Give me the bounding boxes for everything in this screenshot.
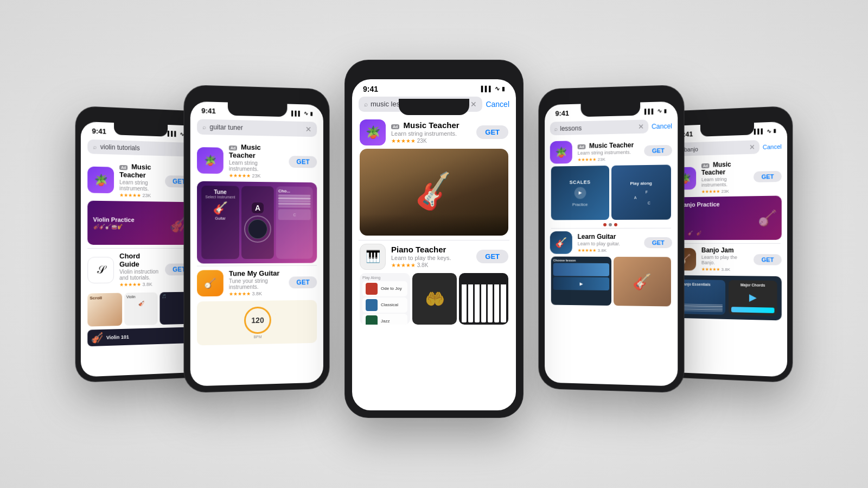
violin-practice-card-1: Violin Practice 🎻🎸🪕🥁🎷 🎻: [87, 200, 193, 244]
get-btn-piano-3[interactable]: GET: [476, 250, 508, 263]
banjo-deco: 🪕: [758, 208, 777, 227]
phone-guitar-tuner: 9:41 ▌▌▌ ∿ ▮ ⌕ guitar tuner ✕ 🪴: [184, 84, 330, 392]
banjo-icon-3: 🎻: [696, 231, 701, 236]
app-name-banjo: Banjo Jam: [701, 246, 748, 253]
app-sub-tune: Tune your string instruments.: [229, 277, 284, 290]
metronome-circle: 120: [244, 306, 271, 334]
scales-card-main: SCALES ▶ Practice: [551, 166, 609, 220]
get-btn-lg[interactable]: GET: [644, 237, 672, 248]
status-icons-3: ▌▌▌ ∿ ▮: [481, 85, 505, 92]
app-item-mt-3[interactable]: 🪴 Ad Music Teacher Learn string instrume…: [352, 116, 516, 149]
app-item-banjo-jam[interactable]: 🪕 Banjo Jam Learn to play the Banjo. ★★★…: [669, 243, 787, 275]
app-rating-piano-3: ★★★★★ 3.8K: [391, 262, 471, 268]
ps-thumb-1: Play Along Ode to Joy Classical Jazz: [360, 273, 410, 325]
app-item-chord-guide-1[interactable]: 𝒮 Chord Guide Violin instruction and tut…: [81, 248, 199, 291]
thumb-1b: Violin 🎻: [124, 292, 158, 325]
get-btn-mt-2[interactable]: GET: [289, 155, 317, 168]
search-field-4[interactable]: ⌕ lessons ✕: [550, 119, 648, 135]
app-item-tune-my-guitar[interactable]: 🪕 Tune My Guitar Tune your string instru…: [190, 265, 323, 300]
screenshot-row-1: Scroll Violin 🎻 🎵: [81, 289, 199, 329]
cancel-btn-5[interactable]: Cancel: [763, 143, 782, 150]
search-query-1: violin tutorials: [100, 143, 188, 153]
clear-btn-3[interactable]: ✕: [470, 100, 477, 109]
app-rating-mt-3: ★★★★★ 23K: [391, 138, 471, 144]
phone-lessons-screen: 9:41 ▌▌▌ ∿ ▮ ⌕ lessons ✕ Cancel 🪴: [545, 101, 678, 386]
search-row-4: ⌕ lessons ✕ Cancel: [550, 119, 672, 135]
bpm-display: 120: [251, 315, 264, 324]
chord-lines: C: [278, 194, 311, 257]
play-btn-banjo[interactable]: ▶: [749, 291, 756, 303]
piano-hands-icon: 🤲: [425, 289, 445, 308]
notch-3: [399, 99, 469, 115]
clear-btn-5[interactable]: ✕: [749, 143, 755, 151]
search-field-5[interactable]: ⌕ banjo ✕: [674, 140, 760, 156]
notch-2: [228, 102, 288, 117]
app-item-piano-teacher[interactable]: 🎹 Piano Teacher Learn to play the keys. …: [352, 240, 516, 273]
guitar-screenshots-4: Choose lesson ▶ 🎸: [551, 256, 671, 306]
tuner-circle: [244, 215, 271, 242]
app-rating-banjo: ★★★★★ 3.8K: [701, 266, 748, 272]
wifi-4: ∿: [657, 107, 661, 113]
chord-line-3: [278, 200, 311, 202]
ad-badge-1: Ad: [119, 164, 127, 169]
search-bar-2[interactable]: ⌕ guitar tuner ✕: [197, 119, 317, 137]
tune-panel: Tune Select Instrument 🎸 Guitar: [201, 185, 239, 259]
playlist-icon-3: [366, 315, 378, 325]
app-item-music-teacher-2[interactable]: 🪴 Ad Music Teacher Learn string instrume…: [190, 138, 323, 182]
app-name-mt-5: Ad Music Teacher: [701, 160, 748, 176]
app-icon-mt-4: 🪴: [550, 141, 572, 163]
get-btn-tune[interactable]: GET: [289, 276, 317, 288]
ad-badge-2: Ad: [229, 145, 237, 150]
app-icon-chord-1: 𝒮: [87, 256, 114, 283]
playlist-text-1: Ode to Joy: [381, 286, 402, 291]
app-name-lg: Learn Guitar: [578, 232, 639, 240]
notch-4: [581, 102, 641, 117]
app-name-1: Ad Music Teacher: [119, 162, 160, 179]
cancel-btn-3[interactable]: Cancel: [486, 100, 509, 109]
get-btn-mt-5[interactable]: GET: [754, 170, 781, 182]
violin-card-sub: 🎻🎸🪕🥁🎷: [93, 224, 135, 230]
scales-play-btn[interactable]: ▶: [574, 186, 586, 198]
app-item-learn-guitar[interactable]: 🎸 Learn Guitar Learn to play guitar. ★★★…: [545, 228, 678, 257]
chord-line-1: [278, 194, 311, 197]
play-along-label-3: Play Along: [362, 276, 407, 280]
lesson-thumb-1: [553, 263, 609, 276]
app-icon-tune-2: 🪕: [197, 270, 224, 296]
app-item-music-teacher-1[interactable]: 🪴 Ad Music Teacher Learn string instrume…: [81, 157, 199, 202]
tuner-featured-card: Tune Select Instrument 🎸 Guitar A Cho...: [197, 181, 317, 263]
search-bar-1[interactable]: ⌕ violin tutorials: [87, 139, 193, 156]
signal-5: ▌▌▌: [754, 128, 764, 134]
cancel-btn-4[interactable]: Cancel: [652, 122, 672, 130]
app-sub-piano-3: Learn to play the keys.: [391, 255, 471, 261]
app-rating-mt-2: ★★★★★ 23K: [229, 173, 284, 179]
bpm-label: BPM: [253, 334, 261, 338]
dot-3-4: [614, 223, 617, 226]
playlist-icon-1: [366, 283, 378, 295]
app-name-mt-2: Ad Music Teacher: [229, 142, 284, 160]
app-info-piano-3: Piano Teacher Learn to play the keys. ★★…: [391, 245, 471, 268]
app-item-mt-5[interactable]: 🪴 Ad Music Teacher Learn string instrume…: [669, 156, 787, 197]
get-btn-mt-3[interactable]: GET: [476, 125, 508, 139]
wifi-3: ∿: [495, 85, 500, 92]
lesson-thumb-2: ▶: [553, 277, 609, 290]
key-w6: [494, 284, 499, 322]
app-sub-mt-2: Learn string instruments.: [229, 160, 284, 172]
battery-2: ▮: [310, 111, 313, 116]
get-btn-banjo[interactable]: GET: [754, 253, 781, 265]
app-rating-tune: ★★★★★ 3.8K: [229, 290, 284, 296]
play-along-card: Play along F A C: [611, 164, 671, 220]
app-item-mt-4[interactable]: 🪴 Ad Music Teacher Learn string instrume…: [545, 136, 678, 166]
clear-btn-4[interactable]: ✕: [638, 122, 644, 130]
notch-5: [700, 123, 754, 137]
ps-thumb-2: 🤲: [412, 273, 457, 325]
app-rating-1: ★★★★★ 23K: [119, 192, 160, 198]
phone-center-screen: 9:41 ▌▌▌ ∿ ▮ ⌕ music lessons ✕ Cancel: [352, 79, 516, 410]
banjo-icon-2: 🎸: [688, 231, 693, 236]
time-1: 9:41: [92, 126, 106, 135]
guitar-icon-deco: 🎸: [213, 201, 227, 215]
app-subtitle-chord-1: Violin instruction and tutorials.: [119, 268, 160, 281]
clear-btn-2[interactable]: ✕: [305, 125, 312, 134]
get-btn-mt-4[interactable]: GET: [644, 144, 672, 156]
app-subtitle-1: Learn string instruments.: [119, 179, 160, 192]
app-rating-mt-4: ★★★★★ 23K: [578, 155, 639, 162]
